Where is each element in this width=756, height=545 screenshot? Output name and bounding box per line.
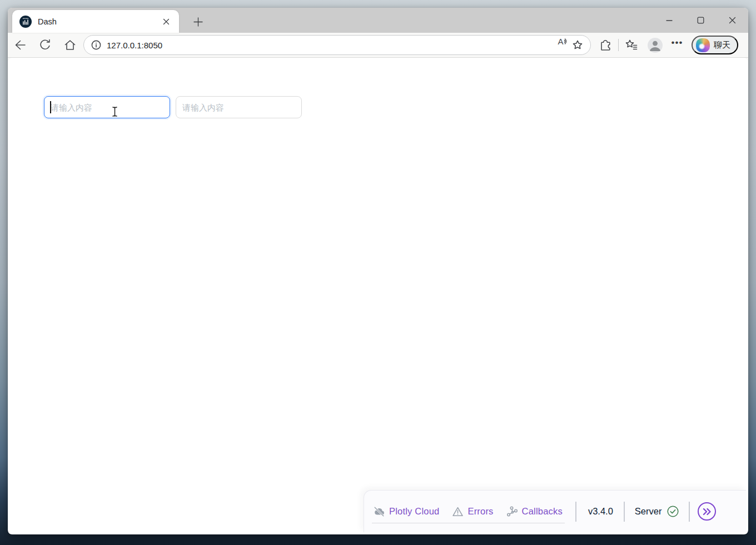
callback-graph-icon (506, 506, 518, 517)
back-icon[interactable] (12, 37, 28, 53)
page-content: Plotly Cloud Errors Callbacks (8, 58, 748, 534)
close-window-button[interactable] (717, 8, 748, 33)
server-label: Server (635, 506, 662, 517)
text-input-secondary[interactable] (176, 96, 302, 118)
favorite-star-icon[interactable] (570, 38, 585, 52)
devtools-divider (689, 502, 690, 522)
copilot-logo-icon (696, 38, 710, 52)
tab-strip: Dash (8, 8, 748, 33)
callbacks-button[interactable]: Callbacks (506, 506, 563, 517)
dash-favicon-icon (19, 16, 32, 28)
text-input-primary[interactable] (44, 96, 170, 118)
extensions-icon[interactable] (598, 37, 613, 53)
read-aloud-icon[interactable]: A (556, 38, 570, 52)
browser-window: Dash (8, 8, 748, 534)
dash-devtools-panel: Plotly Cloud Errors Callbacks (364, 490, 746, 532)
maximize-button[interactable] (685, 8, 717, 33)
devtools-divider (624, 502, 625, 522)
tab-close-icon[interactable] (159, 14, 173, 29)
url-text[interactable]: 127.0.0.1:8050 (107, 41, 556, 50)
server-status: Server (635, 505, 680, 518)
new-tab-button[interactable] (189, 13, 207, 31)
toolbar-divider (618, 39, 619, 51)
copilot-chat-button[interactable]: 聊天 (692, 36, 738, 54)
browser-tab-dash[interactable]: Dash (12, 10, 179, 33)
minimize-button[interactable] (653, 8, 685, 33)
devtools-button-group: Plotly Cloud Errors Callbacks (372, 506, 564, 518)
window-controls (653, 8, 748, 33)
warning-triangle-icon (452, 506, 464, 517)
devtools-divider (575, 502, 576, 522)
double-chevron-right-icon (702, 507, 712, 516)
address-bar[interactable]: 127.0.0.1:8050 A (83, 35, 591, 55)
devtools-collapse-button[interactable] (698, 502, 716, 521)
plotly-cloud-button[interactable]: Plotly Cloud (373, 506, 439, 518)
refresh-icon[interactable] (37, 37, 53, 53)
tab-title: Dash (38, 17, 159, 26)
check-circle-icon (667, 505, 679, 518)
errors-button[interactable]: Errors (452, 506, 493, 517)
favorites-list-icon[interactable] (624, 37, 639, 53)
copilot-label: 聊天 (714, 40, 730, 51)
home-icon[interactable] (62, 37, 78, 53)
cloud-off-icon (373, 506, 385, 518)
browser-toolbar: 127.0.0.1:8050 A (8, 33, 748, 58)
text-caret (50, 101, 51, 113)
site-info-icon[interactable] (91, 39, 102, 51)
dash-version-label: v3.4.0 (588, 506, 613, 517)
profile-avatar[interactable] (648, 38, 663, 53)
more-options-icon[interactable]: ••• (669, 37, 685, 53)
